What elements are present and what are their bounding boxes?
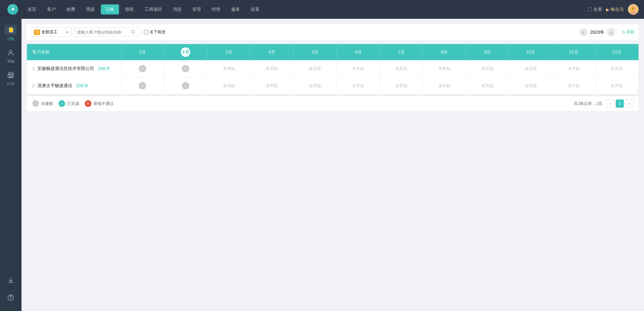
current-month-circle: 2月 — [181, 47, 190, 57]
fullscreen-button[interactable]: ⛶ 全屏 — [588, 6, 602, 12]
nav-item-invoice[interactable]: 票据 — [81, 4, 99, 14]
prev-year-button[interactable]: ‹ — [579, 28, 588, 36]
employee-select[interactable]: 员 全部员工 ▾ — [31, 28, 71, 37]
not-started-label: 未开始 — [438, 83, 450, 88]
svg-rect-7 — [9, 76, 12, 78]
col-header-sep: 9月 — [466, 44, 509, 60]
client-name: 漠澳太平畅捷通信 — [37, 83, 72, 88]
col-header-mar: 3月 — [207, 44, 250, 60]
enter-ledger-link[interactable]: 进账簿 — [76, 83, 88, 88]
svg-point-4 — [9, 50, 12, 53]
not-started-label: 未开始 — [525, 66, 537, 71]
ledger-icon: 📒 — [5, 25, 17, 35]
download-icon — [6, 275, 15, 285]
refresh-button[interactable]: ↻ 刷新 — [622, 29, 635, 35]
status-dash-icon: − — [139, 65, 146, 72]
row-index: 2 — [32, 83, 35, 88]
sidebar-item-print[interactable]: 打印 — [0, 67, 22, 90]
fullscreen-label: 全屏 — [593, 6, 602, 12]
sidebar-item-ledger-label: 记账 — [7, 36, 14, 41]
table-row: 2 漠澳太平畅捷通信 进账簿 −−未开始未开始未开始未开始未开始未开始未开始未开… — [27, 77, 639, 94]
not-started-label: 未开始 — [395, 83, 407, 88]
table-body: 1 安徽畅捷通信息技术有限公司 进账簿 −−未开始未开始未开始未开始未开始未开始… — [27, 60, 639, 94]
col-header-feb: 2月 — [164, 44, 207, 60]
vip-button[interactable]: ▶ 畅会员 — [606, 6, 624, 12]
sidebar-item-ledger[interactable]: 📒 记账 — [0, 22, 22, 45]
sidebar-item-print-label: 打印 — [7, 81, 14, 86]
nav-item-tax[interactable]: 报税 — [120, 4, 138, 14]
month-cell-8: 未开始 — [423, 77, 466, 94]
svg-text:🐱: 🐱 — [631, 6, 635, 11]
legend-rejected: ✕ 审核不通过 — [85, 100, 114, 107]
prev-page-button[interactable]: ‹ — [606, 100, 614, 108]
month-cell-3: 未开始 — [207, 60, 250, 77]
col-header-jan: 1月 — [121, 44, 164, 60]
legend-not-built: − 未建账 — [32, 100, 53, 107]
month-cell-1: − — [121, 60, 164, 77]
sidebar-bottom — [6, 272, 15, 306]
month-cell-9: 未开始 — [466, 77, 509, 94]
next-page-button[interactable]: › — [625, 100, 633, 108]
month-cell-11: 未开始 — [552, 77, 595, 94]
sidebar-item-help[interactable] — [6, 289, 15, 306]
nav-item-settings[interactable]: 设置 — [246, 4, 264, 14]
page-1-button[interactable]: 1 — [616, 100, 624, 108]
sidebar-item-audit-label: 审核 — [7, 59, 14, 64]
not-started-label: 未开始 — [568, 83, 580, 88]
client-cell: 2 漠澳太平畅捷通信 进账簿 — [27, 77, 121, 94]
search-button[interactable] — [131, 29, 135, 35]
month-cell-5: 未开始 — [293, 60, 336, 77]
dropdown-icon: ▾ — [66, 30, 68, 35]
vip-icon: ▶ — [606, 7, 609, 12]
logo: ✦ — [5, 0, 20, 19]
col-header-aug: 8月 — [423, 44, 466, 60]
search-input[interactable] — [77, 30, 131, 35]
my-accounts-checkbox[interactable] — [144, 30, 148, 34]
month-cell-12: 未开始 — [595, 77, 638, 94]
nav-item-message[interactable]: 消息 — [168, 4, 186, 14]
avatar[interactable]: 🐱 — [628, 4, 639, 15]
nav-item-business[interactable]: 工商项目 — [140, 4, 167, 14]
not-started-label: 未开始 — [266, 66, 278, 71]
nav-item-home[interactable]: 首页 — [23, 4, 41, 14]
table-header-row: 客户名称 1月 2月 3月 4月 5月 6月 7月 8月 9月 10月 11月 … — [27, 44, 639, 60]
not-started-label: 未开始 — [352, 83, 364, 88]
not-started-label: 未开始 — [611, 66, 623, 71]
nav-item-manage[interactable]: 管理 — [188, 4, 206, 14]
month-cell-7: 未开始 — [380, 60, 423, 77]
legend-gray-icon: − — [32, 100, 39, 107]
pagination: ‹ 1 › — [606, 100, 633, 108]
pagination-info: 共2条记录，1页 — [574, 101, 602, 107]
month-cell-6: 未开始 — [336, 77, 379, 94]
not-started-label: 未开始 — [568, 66, 580, 71]
not-started-label: 未开始 — [481, 83, 493, 88]
nav-item-fee[interactable]: 收费 — [62, 4, 80, 14]
nav-item-operation[interactable]: 经营 — [207, 4, 225, 14]
month-cell-3: 未开始 — [207, 77, 250, 94]
not-started-label: 未开始 — [266, 83, 278, 88]
logo-icon: ✦ — [7, 4, 18, 15]
not-started-label: 未开始 — [611, 83, 623, 88]
col-header-jun: 6月 — [336, 44, 379, 60]
table-container: 客户名称 1月 2月 3月 4月 5月 6月 7月 8月 9月 10月 11月 … — [27, 44, 639, 94]
next-year-button[interactable]: › — [607, 28, 615, 36]
enter-ledger-link[interactable]: 进账簿 — [98, 66, 110, 71]
print-icon — [6, 71, 15, 80]
month-cell-9: 未开始 — [466, 60, 509, 77]
row-index: 1 — [32, 66, 35, 71]
employee-badge: 员 — [34, 30, 40, 35]
month-cell-12: 未开始 — [595, 60, 638, 77]
nav-item-service[interactable]: 服务 — [227, 4, 245, 14]
sidebar-item-download[interactable] — [6, 272, 15, 288]
month-cell-10: 未开始 — [509, 60, 552, 77]
not-started-label: 未开始 — [525, 83, 537, 88]
legend-not-built-label: 未建账 — [41, 101, 53, 107]
month-cell-10: 未开始 — [509, 77, 552, 94]
svg-point-9 — [10, 299, 11, 300]
checkbox-label[interactable]: 名下账套 — [144, 29, 166, 35]
nav-right: ⛶ 全屏 ▶ 畅会员 🐱 — [588, 4, 639, 15]
sidebar-item-audit[interactable]: 审核 — [0, 45, 22, 67]
not-started-label: 未开始 — [309, 83, 321, 88]
nav-item-client[interactable]: 客户 — [42, 4, 61, 14]
nav-item-ledger[interactable]: 记账 — [101, 4, 119, 14]
